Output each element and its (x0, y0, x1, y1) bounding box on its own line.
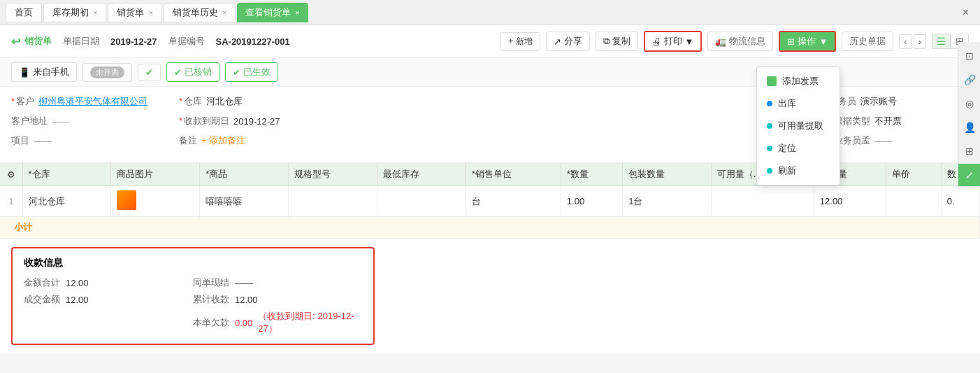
col-image: 商品图片 (111, 163, 200, 186)
available-extract-icon (767, 123, 772, 129)
print-button[interactable]: 🖨 打印 ▼ (644, 31, 702, 52)
deal-value: 12.00 (66, 295, 89, 305)
sidebar-user-icon[interactable]: 👤 (958, 116, 980, 139)
copy-icon: ⧉ (603, 36, 610, 47)
amount-value: 12.00 (66, 278, 89, 288)
dropdown-ship-out[interactable]: 出库 (757, 92, 840, 115)
sales-staff-value: —— (874, 136, 893, 146)
from-phone-button[interactable]: 📱 来自手机 (11, 62, 77, 82)
subtotal-label: 小计 (0, 217, 980, 239)
tab-home[interactable]: 首页 (6, 3, 42, 22)
new-button[interactable]: + 新增 (500, 32, 540, 51)
ticket-value: 不开票 (874, 115, 902, 127)
dropdown-refresh[interactable]: 刷新 (757, 160, 840, 182)
date-label: 单据日期 (63, 35, 99, 48)
customer-value[interactable]: 柳州粤港平安气体有限公司 (38, 95, 147, 108)
col-product: *商品 (200, 163, 289, 186)
tab-sales-history[interactable]: 销货单历史 × (164, 3, 236, 22)
row-num: 1 (0, 186, 22, 217)
col-pack-qty: 包装数量 (623, 163, 712, 186)
add-invoice-icon (767, 76, 777, 86)
logistics-button[interactable]: 🚛 物流信息 (707, 31, 773, 51)
operate-button[interactable]: ⊞ 操作 ▼ (779, 31, 836, 52)
nav-arrows: ‹ › (899, 34, 926, 49)
sidebar-attachment-icon[interactable]: ⊡ (958, 45, 980, 67)
payment-info-box: 收款信息 金额合计 12.00 同单现结 —— 成交金额 12.00 累计收款 … (11, 247, 375, 345)
next-button[interactable]: › (914, 34, 926, 49)
row-qty: 1.00 (561, 186, 622, 217)
col-spec: 规格型号 (289, 163, 377, 186)
check-button[interactable]: ✔ (138, 64, 161, 81)
add-note-button[interactable]: + 添加备注 (201, 134, 245, 147)
tab-bar-close[interactable]: × (957, 6, 974, 19)
sidebar-circle-icon[interactable]: ◎ (958, 92, 980, 115)
print-dropdown-icon: ▼ (685, 36, 694, 47)
row-price (886, 186, 941, 217)
tab-view-sales-close[interactable]: × (295, 8, 299, 17)
address-field: 客户地址 —— (11, 115, 151, 127)
history-button[interactable]: 历史单据 (842, 31, 893, 51)
payment-info-grid: 金额合计 12.00 同单现结 —— 成交金额 12.00 累计收款 12.00… (24, 276, 362, 335)
doc-header: ↩ 销货单 单据日期 2019-12-27 单据编号 SA-20191227-0… (0, 25, 980, 58)
amount-row: 金额合计 12.00 (24, 276, 193, 289)
col-qty: *数量 (561, 163, 622, 186)
col-unit: *销售单位 (466, 163, 561, 186)
refresh-icon (767, 168, 772, 174)
row-stock: 12.00 (814, 186, 886, 217)
deal-row: 成交金额 12.00 (24, 293, 193, 306)
view-list-tab[interactable]: ☰ (932, 34, 951, 49)
sidebar-link-icon[interactable]: 🔗 (958, 69, 980, 91)
operate-dropdown-icon: ▼ (819, 36, 828, 47)
row-image (111, 186, 200, 217)
locate-icon (767, 146, 772, 151)
tab-sales-label: 销货单 (117, 6, 144, 19)
sidebar-expand-icon[interactable]: ⤢ (958, 164, 980, 186)
effect-button[interactable]: ✔ 已生效 (225, 62, 278, 82)
copy-button[interactable]: ⧉ 复制 (596, 31, 638, 51)
tab-view-sales-label: 查看销货单 (245, 6, 291, 19)
share-icon: ↗ (554, 36, 561, 47)
tab-inventory[interactable]: 库存期初 × (43, 3, 106, 22)
tab-sales-history-close[interactable]: × (222, 8, 226, 17)
warehouse-value: 河北仓库 (206, 95, 243, 108)
check-icon: ✔ (145, 67, 153, 78)
operate-dropdown: 添加发票 出库 可用量提取 定位 刷新 (756, 66, 840, 185)
col-warehouse: *仓库 (22, 163, 111, 186)
ship-out-icon (767, 101, 772, 106)
dropdown-locate[interactable]: 定位 (757, 137, 840, 160)
tab-view-sales[interactable]: 查看销货单 × (237, 3, 308, 22)
bottom-info: 收款信息 金额合计 12.00 同单现结 —— 成交金额 12.00 累计收款 … (0, 239, 980, 353)
doc-type: ↩ 销货单 (11, 35, 52, 48)
dropdown-add-invoice[interactable]: 添加发票 (757, 70, 840, 92)
staff-value: 演示账号 (860, 95, 897, 108)
settle-value: —— (235, 278, 253, 288)
col-price: 单价 (886, 163, 941, 186)
prev-button[interactable]: ‹ (899, 34, 911, 49)
tab-inventory-label: 库存期初 (52, 6, 89, 19)
owe-row: 本单欠款 0.00 （收款到期日: 2019-12-27） (193, 310, 362, 335)
warehouse-field: *仓库 河北仓库 (179, 95, 319, 108)
product-image (117, 190, 136, 210)
doc-meta: 单据日期 2019-12-27 单据编号 SA-20191227-001 (63, 35, 290, 48)
sidebar-grid-icon[interactable]: ⊞ (958, 140, 980, 162)
phone-icon: 📱 (19, 67, 30, 78)
tab-sales[interactable]: 销货单 × (108, 3, 161, 22)
doc-type-label: 销货单 (24, 35, 52, 48)
share-button[interactable]: ↗ 分享 (546, 31, 590, 51)
payment-info-title: 收款信息 (24, 257, 362, 269)
tab-inventory-close[interactable]: × (93, 8, 97, 17)
col-settings[interactable]: ⚙ (0, 163, 22, 186)
sales-staff-field: *业务员孟 —— (829, 134, 969, 147)
sold-button[interactable]: ✔ 已核销 (166, 62, 219, 82)
due-date-value: 2019-12-27 (233, 116, 280, 127)
operate-icon: ⊞ (787, 36, 795, 47)
not-open-button[interactable]: 未开票 (82, 63, 132, 82)
tab-sales-close[interactable]: × (148, 8, 152, 17)
dropdown-available-extract[interactable]: 可用量提取 (757, 115, 840, 137)
not-open-chip: 未开票 (90, 66, 124, 78)
row-spec (289, 186, 377, 217)
effect-icon: ✔ (233, 67, 240, 78)
due-date-field: *收款到期日 2019-12-27 (179, 115, 319, 127)
row-other: 0. (941, 186, 979, 217)
settle-row: 同单现结 —— (193, 276, 362, 289)
